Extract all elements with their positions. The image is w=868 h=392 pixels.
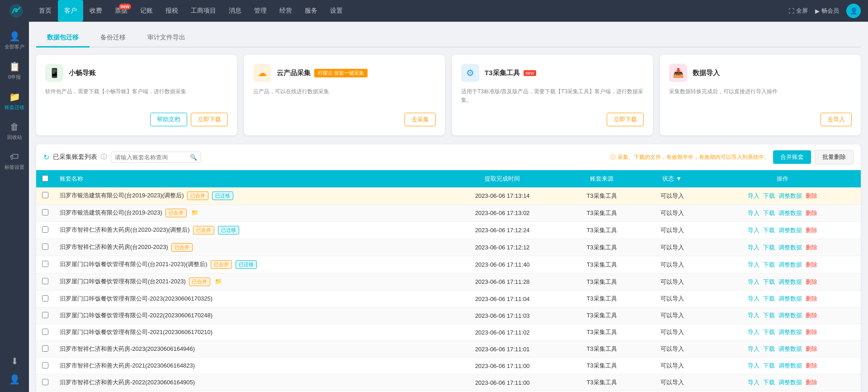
action-删除[interactable]: 删除: [806, 244, 817, 251]
action-调整数据[interactable]: 调整数据: [778, 312, 802, 319]
action-下载[interactable]: 下载: [763, 192, 775, 199]
action-导入[interactable]: 导入: [748, 362, 760, 369]
nav-item-manage[interactable]: 管理: [248, 0, 273, 22]
sidebar-item-tag-settings[interactable]: 🏷 标签设置: [0, 146, 29, 176]
action-调整数据[interactable]: 调整数据: [778, 329, 802, 335]
row-checkbox[interactable]: [42, 345, 48, 352]
nav-item-business[interactable]: 工商项目: [184, 0, 222, 22]
action-导入[interactable]: 导入: [748, 261, 760, 268]
nav-item-settings[interactable]: 设置: [324, 0, 349, 22]
action-导入[interactable]: 导入: [748, 329, 760, 335]
row-checkbox[interactable]: [42, 244, 48, 250]
nav-item-operation[interactable]: 经营: [273, 0, 298, 22]
action-导入[interactable]: 导入: [748, 312, 760, 319]
action-调整数据[interactable]: 调整数据: [778, 345, 802, 352]
action-删除[interactable]: 删除: [806, 227, 817, 234]
user-settings-icon[interactable]: 👤: [9, 374, 20, 385]
sidebar-item-zero-declaration[interactable]: 📋 0申报: [0, 56, 29, 86]
action-删除[interactable]: 删除: [806, 379, 817, 386]
nav-item-tax[interactable]: 报税: [159, 0, 184, 22]
action-导入[interactable]: 导入: [748, 379, 760, 386]
action-删除[interactable]: 删除: [806, 278, 817, 285]
action-导入[interactable]: 导入: [748, 192, 760, 199]
fullscreen-button[interactable]: ⛶ 全屏: [788, 7, 808, 15]
nav-item-ticket[interactable]: 票据 new: [108, 0, 134, 22]
sidebar-item-all-clients[interactable]: 👤 全部客户: [0, 25, 29, 56]
action-导入[interactable]: 导入: [748, 210, 760, 216]
action-调整数据[interactable]: 调整数据: [778, 227, 802, 234]
action-下载[interactable]: 下载: [763, 227, 775, 234]
member-button[interactable]: ▶ 畅会员: [815, 7, 839, 15]
row-checkbox[interactable]: [42, 312, 48, 318]
action-删除[interactable]: 删除: [806, 345, 817, 352]
help-icon[interactable]: ⓘ: [101, 153, 107, 161]
action-调整数据[interactable]: 调整数据: [778, 362, 802, 369]
action-删除[interactable]: 删除: [806, 362, 817, 369]
avatar[interactable]: 👤: [846, 4, 861, 18]
action-导入[interactable]: 导入: [748, 227, 760, 234]
col-status[interactable]: 状态 ▼: [640, 170, 704, 187]
action-调整数据[interactable]: 调整数据: [778, 295, 802, 302]
nav-item-fee[interactable]: 收费: [83, 0, 108, 22]
row-checkbox[interactable]: [42, 209, 48, 215]
action-下载[interactable]: 下载: [763, 379, 775, 386]
logo[interactable]: [7, 2, 25, 20]
tab-audit-export[interactable]: 审计文件导出: [137, 29, 196, 48]
sidebar-item-recycle[interactable]: 🗑 回收站: [0, 116, 29, 146]
nav-item-service[interactable]: 服务: [298, 0, 324, 22]
download-icon[interactable]: ⬇: [11, 356, 19, 367]
action-下载[interactable]: 下载: [763, 244, 775, 251]
row-checkbox[interactable]: [42, 379, 48, 385]
action-调整数据[interactable]: 调整数据: [778, 192, 802, 199]
xiaochang-help-button[interactable]: 帮助文档: [150, 113, 187, 126]
action-删除[interactable]: 删除: [806, 312, 817, 319]
action-调整数据[interactable]: 调整数据: [778, 278, 802, 285]
action-调整数据[interactable]: 调整数据: [778, 261, 802, 268]
nav-item-message[interactable]: 消息: [222, 0, 248, 22]
action-删除[interactable]: 删除: [806, 261, 817, 268]
action-导入[interactable]: 导入: [748, 345, 760, 352]
action-导入[interactable]: 导入: [748, 278, 760, 285]
action-调整数据[interactable]: 调整数据: [778, 244, 802, 251]
action-导入[interactable]: 导入: [748, 295, 760, 302]
row-checkbox[interactable]: [42, 362, 48, 368]
action-调整数据[interactable]: 调整数据: [778, 210, 802, 216]
action-下载[interactable]: 下载: [763, 295, 775, 302]
row-checkbox[interactable]: [42, 295, 48, 301]
t3-download-button[interactable]: 立即下载: [607, 113, 644, 126]
cloud-collect-button[interactable]: 去采集: [405, 113, 436, 126]
action-调整数据[interactable]: 调整数据: [778, 379, 802, 386]
row-checkbox[interactable]: [42, 226, 48, 233]
nav-item-client[interactable]: 客户: [58, 0, 83, 22]
tab-backup-migration[interactable]: 备份迁移: [90, 29, 137, 48]
search-icon[interactable]: 🔍: [190, 154, 197, 161]
action-下载[interactable]: 下载: [763, 329, 775, 335]
action-删除[interactable]: 删除: [806, 295, 817, 302]
row-checkbox[interactable]: [42, 278, 48, 284]
nav-item-bookkeeping[interactable]: 记账: [134, 0, 159, 22]
action-删除[interactable]: 删除: [806, 192, 817, 199]
action-下载[interactable]: 下载: [763, 362, 775, 369]
action-下载[interactable]: 下载: [763, 312, 775, 319]
row-checkbox[interactable]: [42, 261, 48, 267]
action-删除[interactable]: 删除: [806, 329, 817, 335]
search-input[interactable]: [115, 154, 187, 161]
tab-data-migration[interactable]: 数据包迁移: [36, 29, 90, 48]
nav-item-home[interactable]: 首页: [33, 0, 58, 22]
action-删除[interactable]: 删除: [806, 210, 817, 216]
batch-delete-button[interactable]: 批量删除: [815, 150, 854, 164]
action-下载[interactable]: 下载: [763, 261, 775, 268]
row-checkbox[interactable]: [42, 329, 48, 335]
refresh-icon[interactable]: ↻: [43, 153, 49, 162]
import-go-button[interactable]: 去导入: [821, 113, 852, 126]
action-下载[interactable]: 下载: [763, 345, 775, 352]
migration-icon: 📁: [9, 91, 20, 102]
xiaochang-download-button[interactable]: 立即下载: [191, 113, 228, 126]
sidebar-item-account-migration[interactable]: 📁 账套迁移: [0, 86, 29, 116]
merge-accounts-button[interactable]: 合并账套: [773, 150, 811, 164]
action-下载[interactable]: 下载: [763, 278, 775, 285]
row-checkbox[interactable]: [42, 192, 48, 198]
action-导入[interactable]: 导入: [748, 244, 760, 251]
action-下载[interactable]: 下载: [763, 210, 775, 216]
select-all-checkbox[interactable]: [42, 175, 48, 182]
